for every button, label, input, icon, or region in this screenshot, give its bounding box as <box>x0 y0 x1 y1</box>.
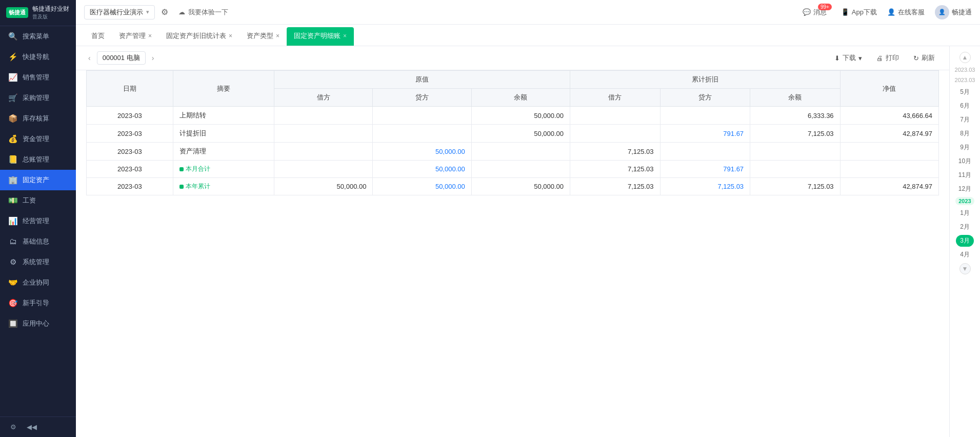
cell-ov-balance: 50,000.00 <box>471 178 570 195</box>
print-button[interactable]: 🖨 打印 <box>872 51 903 65</box>
cell-ad-balance <box>750 143 841 161</box>
tab-close-icon[interactable]: × <box>148 32 152 39</box>
settings-icon[interactable]: ⚙ <box>6 421 21 433</box>
timeline-down-button[interactable]: ▼ <box>959 263 971 274</box>
download-label: 下载 <box>843 53 856 63</box>
sidebar-item-capital[interactable]: 💰资金管理 <box>0 129 76 149</box>
tab-资产管理[interactable]: 资产管理× <box>112 27 159 46</box>
asset-toolbar: ⬇ 下载 ▾ 🖨 打印 ↻ 刷新 <box>830 51 939 65</box>
cell-ov-debit <box>274 107 373 125</box>
next-asset-button[interactable]: › <box>150 53 156 63</box>
settings-icon[interactable]: ⚙ <box>161 7 168 17</box>
col-ov-balance: 余额 <box>471 89 570 107</box>
cell-ov-credit: 50,000.00 <box>373 161 471 178</box>
asset-detail-header: ‹ 000001 电脑 › ⬇ 下载 ▾ 🖨 打印 ↻ <box>76 46 949 70</box>
sidebar-label-basic: 基础信息 <box>23 237 49 246</box>
cell-net-value <box>840 161 938 178</box>
sidebar-icon-operation: 📊 <box>8 216 17 226</box>
col-ad-balance: 余额 <box>750 89 841 107</box>
experience-button[interactable]: ☁ 我要体验一下 <box>174 6 232 19</box>
sidebar-item-purchase[interactable]: 🛒采购管理 <box>0 88 76 108</box>
username-label: 畅捷通 <box>952 8 972 17</box>
col-original-value: 原值 <box>274 71 570 89</box>
tab-固定资产明细账[interactable]: 固定资产明细账× <box>287 27 354 46</box>
tab-资产类型[interactable]: 资产类型× <box>239 27 287 46</box>
asset-id-badge: 000001 电脑 <box>97 51 146 65</box>
timeline-month-8月[interactable]: 8月 <box>958 127 971 141</box>
timeline-month-6月[interactable]: 6月 <box>958 99 971 113</box>
timeline-months-before: 5月6月7月8月9月10月11月12月 <box>958 85 971 196</box>
timeline-up-button[interactable]: ▲ <box>959 52 971 63</box>
badge-dot <box>179 185 184 189</box>
company-selector[interactable]: 医疗器械行业演示 ▾ <box>84 5 155 19</box>
app-download-button[interactable]: 📱 App下载 <box>841 8 877 17</box>
timeline-month-1月[interactable]: 1月 <box>953 206 977 220</box>
timeline-month-9月[interactable]: 9月 <box>958 141 971 154</box>
sidebar-label-purchase: 采购管理 <box>23 93 49 103</box>
sidebar-item-apps[interactable]: 🔲应用中心 <box>0 313 76 334</box>
collapse-icon[interactable]: ◀◀ <box>23 421 41 433</box>
cell-ad-debit <box>570 125 661 143</box>
avatar: 👤 <box>935 5 949 19</box>
timeline-month-3月[interactable]: 3月 <box>956 235 974 247</box>
tab-固定资产折旧统计表[interactable]: 固定资产折旧统计表× <box>159 27 239 46</box>
user-profile[interactable]: 👤 畅捷通 <box>935 5 972 19</box>
cell-ad-debit: 7,125.03 <box>570 143 661 161</box>
download-button[interactable]: ⬇ 下载 ▾ <box>830 51 866 65</box>
sidebar-item-quicknav[interactable]: ⚡快捷导航 <box>0 47 76 67</box>
app-download-label: App下载 <box>852 8 877 17</box>
sidebar-item-search[interactable]: 🔍搜索菜单 <box>0 26 76 47</box>
sidebar-icon-system: ⚙ <box>8 257 17 267</box>
timeline-month-7月[interactable]: 7月 <box>958 113 971 127</box>
timeline-month-4月[interactable]: 4月 <box>953 248 977 262</box>
tab-close-icon[interactable]: × <box>343 32 347 39</box>
timeline-month-11月[interactable]: 11月 <box>958 168 971 182</box>
tab-close-icon[interactable]: × <box>229 32 232 39</box>
sidebar-icon-search: 🔍 <box>8 32 17 41</box>
cell-ad-debit: 7,125.03 <box>570 178 661 195</box>
table-row: 2023-03本年累计50,000.0050,000.0050,000.007,… <box>87 178 939 195</box>
sidebar-icon-payroll: 💵 <box>8 196 17 205</box>
sidebar-item-guide[interactable]: 🎯新手引导 <box>0 293 76 313</box>
sidebar-label-guide: 新手引导 <box>23 299 49 308</box>
col-ad-credit: 贷方 <box>660 89 750 107</box>
tab-close-icon[interactable]: × <box>276 32 279 39</box>
tab-label: 固定资产折旧统计表 <box>166 31 226 41</box>
message-icon: 💬 <box>803 8 811 16</box>
tab-首页[interactable]: 首页 <box>84 27 112 46</box>
asset-detail-table: 日期 摘要 原值 累计折旧 净值 借方 贷方 余额 借方 贷方 余额 <box>86 70 939 195</box>
prev-asset-button[interactable]: ‹ <box>86 53 93 63</box>
sidebar-item-payroll[interactable]: 💵工资 <box>0 190 76 211</box>
topbar-right: 💬 消息 99+ 📱 App下载 👤 在线客服 👤 畅捷通 <box>803 5 972 19</box>
sidebar-item-system[interactable]: ⚙系统管理 <box>0 252 76 272</box>
online-service-button[interactable]: 👤 在线客服 <box>887 8 925 17</box>
cell-ad-debit <box>570 107 661 125</box>
sidebar-item-sales[interactable]: 📈销售管理 <box>0 67 76 88</box>
asset-navigation: ‹ 000001 电脑 › <box>86 51 156 65</box>
sidebar-label-collab: 企业协同 <box>23 278 49 287</box>
sidebar-item-basic[interactable]: 🗂基础信息 <box>0 231 76 252</box>
messages-button[interactable]: 💬 消息 99+ <box>803 8 827 17</box>
timeline-month-2月[interactable]: 2月 <box>953 220 977 234</box>
sidebar-label-system: 系统管理 <box>23 257 49 267</box>
sidebar-item-ledger[interactable]: 📒总账管理 <box>0 149 76 170</box>
col-summary: 摘要 <box>173 71 274 107</box>
cell-ov-credit: 50,000.00 <box>373 143 471 161</box>
cell-ad-balance <box>750 161 841 178</box>
sidebar-item-operation[interactable]: 📊经营管理 <box>0 211 76 231</box>
sidebar-item-inventory[interactable]: 📦库存核算 <box>0 108 76 129</box>
refresh-button[interactable]: ↻ 刷新 <box>909 51 939 65</box>
cell-ov-credit <box>373 107 471 125</box>
download-arrow: ▾ <box>858 54 862 62</box>
inner-content: ‹ 000001 电脑 › ⬇ 下载 ▾ 🖨 打印 ↻ <box>76 46 949 437</box>
timeline-month-10月[interactable]: 10月 <box>958 154 971 168</box>
cell-net-value <box>840 143 938 161</box>
sidebar-item-fixed[interactable]: 🏢固定资产 <box>0 170 76 190</box>
timeline-month-12月[interactable]: 12月 <box>958 182 971 196</box>
cell-ov-balance: 50,000.00 <box>471 125 570 143</box>
sidebar-item-collab[interactable]: 🤝企业协同 <box>0 272 76 293</box>
service-icon: 👤 <box>887 8 895 16</box>
cell-ad-credit <box>660 143 750 161</box>
timeline-month-5月[interactable]: 5月 <box>958 85 971 99</box>
month-badge: 本年累计 <box>179 182 210 191</box>
